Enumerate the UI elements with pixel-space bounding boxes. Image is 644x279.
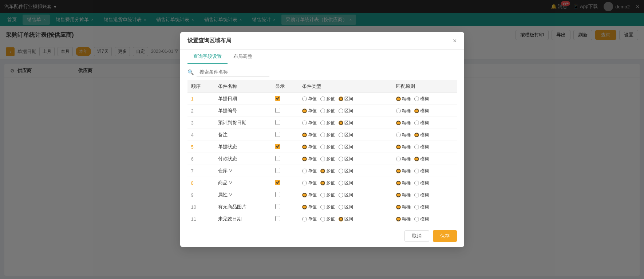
match-option-模糊[interactable]: 模糊	[414, 120, 429, 126]
match-option-模糊[interactable]: 模糊	[414, 168, 429, 174]
th-order: 顺序	[187, 80, 214, 93]
display-checkbox[interactable]	[275, 192, 280, 197]
display-checkbox[interactable]	[275, 120, 280, 125]
display-checkbox[interactable]	[275, 204, 280, 209]
type-option-单值[interactable]: 单值	[302, 180, 317, 186]
row-name: 商品 ∨	[214, 177, 272, 189]
table-row: 4备注单值多值区间精确模糊	[187, 129, 457, 141]
modal-footer: 取消 保存	[180, 225, 464, 247]
row-order: 11	[187, 213, 214, 225]
match-option-模糊[interactable]: 模糊	[414, 192, 429, 198]
row-name: 仓库 ∨	[214, 165, 272, 177]
type-option-多值[interactable]: 多值	[320, 156, 335, 162]
table-row: 6付款状态单值多值区间精确模糊	[187, 153, 457, 165]
type-option-单值[interactable]: 单值	[302, 144, 317, 150]
display-checkbox[interactable]	[275, 132, 280, 137]
type-option-区间[interactable]: 区间	[339, 108, 353, 114]
row-display	[272, 117, 299, 129]
type-option-单值[interactable]: 单值	[302, 120, 317, 126]
type-option-多值[interactable]: 多值	[320, 120, 335, 126]
type-option-区间[interactable]: 区间	[339, 96, 353, 102]
match-option-精确[interactable]: 精确	[396, 108, 411, 114]
match-option-精确[interactable]: 精确	[396, 132, 411, 138]
display-checkbox[interactable]	[275, 216, 280, 221]
match-option-精确[interactable]: 精确	[396, 204, 411, 210]
type-option-单值[interactable]: 单值	[302, 108, 317, 114]
modal-tabs: 查询字段设置 布局调整	[180, 50, 464, 64]
type-option-多值[interactable]: 多值	[320, 144, 335, 150]
match-option-模糊[interactable]: 模糊	[414, 132, 429, 138]
display-checkbox[interactable]	[275, 180, 280, 185]
row-order: 4	[187, 129, 214, 141]
display-checkbox[interactable]	[275, 144, 280, 149]
modal-title: 设置查询区域布局	[187, 37, 231, 44]
type-option-单值[interactable]: 单值	[302, 216, 317, 222]
type-option-单值[interactable]: 单值	[302, 168, 317, 174]
match-option-模糊[interactable]: 模糊	[414, 96, 429, 102]
display-checkbox[interactable]	[275, 96, 280, 101]
type-option-单值[interactable]: 单值	[302, 192, 317, 198]
match-option-模糊[interactable]: 模糊	[414, 204, 429, 210]
type-option-区间[interactable]: 区间	[339, 156, 353, 162]
display-checkbox[interactable]	[275, 108, 280, 113]
type-option-多值[interactable]: 多值	[320, 108, 335, 114]
cancel-btn[interactable]: 取消	[404, 230, 429, 242]
match-option-模糊[interactable]: 模糊	[414, 180, 429, 186]
type-option-多值[interactable]: 多值	[320, 96, 335, 102]
match-option-模糊[interactable]: 模糊	[414, 216, 429, 222]
table-row: 2单据编号单值多值区间精确模糊	[187, 105, 457, 117]
match-option-模糊[interactable]: 模糊	[414, 108, 429, 114]
type-option-区间[interactable]: 区间	[339, 180, 353, 186]
type-option-单值[interactable]: 单值	[302, 132, 317, 138]
type-option-区间[interactable]: 区间	[339, 168, 353, 174]
type-option-单值[interactable]: 单值	[302, 96, 317, 102]
type-option-单值[interactable]: 单值	[302, 156, 317, 162]
row-match: 精确模糊	[392, 129, 457, 141]
row-match: 精确模糊	[392, 213, 457, 225]
type-option-区间[interactable]: 区间	[339, 216, 353, 222]
type-option-区间[interactable]: 区间	[339, 120, 353, 126]
type-option-多值[interactable]: 多值	[320, 216, 335, 222]
row-name: 来见效日期	[214, 213, 272, 225]
match-option-精确[interactable]: 精确	[396, 156, 411, 162]
type-option-区间[interactable]: 区间	[339, 204, 353, 210]
match-option-模糊[interactable]: 模糊	[414, 156, 429, 162]
type-option-单值[interactable]: 单值	[302, 204, 317, 210]
row-type: 单值多值区间	[299, 153, 392, 165]
type-option-多值[interactable]: 多值	[320, 192, 335, 198]
settings-modal: 设置查询区域布局 × 查询字段设置 布局调整 🔍 顺序 条件名称 显示 条件类型	[180, 32, 464, 247]
match-option-精确[interactable]: 精确	[396, 168, 411, 174]
match-option-精确[interactable]: 精确	[396, 180, 411, 186]
modal-tab-query-fields[interactable]: 查询字段设置	[187, 50, 228, 64]
table-row: 11来见效日期单值多值区间精确模糊	[187, 213, 457, 225]
match-option-精确[interactable]: 精确	[396, 120, 411, 126]
th-name: 条件名称	[214, 80, 272, 93]
row-order: 6	[187, 153, 214, 165]
row-display	[272, 177, 299, 189]
modal-tab-layout[interactable]: 布局调整	[228, 50, 258, 64]
type-option-多值[interactable]: 多值	[320, 204, 335, 210]
type-option-多值[interactable]: 多值	[320, 180, 335, 186]
match-option-精确[interactable]: 精确	[396, 216, 411, 222]
row-display	[272, 213, 299, 225]
display-checkbox[interactable]	[275, 156, 280, 161]
display-checkbox[interactable]	[275, 168, 280, 173]
match-option-精确[interactable]: 精确	[396, 144, 411, 150]
row-order: 8	[187, 177, 214, 189]
match-option-精确[interactable]: 精确	[396, 192, 411, 198]
row-name: 备注	[214, 129, 272, 141]
search-condition-input[interactable]	[197, 68, 269, 76]
type-option-区间[interactable]: 区间	[339, 132, 353, 138]
table-row: 10有无商品图片单值多值区间精确模糊	[187, 201, 457, 213]
type-option-多值[interactable]: 多值	[320, 168, 335, 174]
modal-close-btn[interactable]: ×	[453, 38, 457, 44]
type-option-区间[interactable]: 区间	[339, 192, 353, 198]
type-option-多值[interactable]: 多值	[320, 132, 335, 138]
row-match: 精确模糊	[392, 105, 457, 117]
type-option-区间[interactable]: 区间	[339, 144, 353, 150]
row-name: 有无商品图片	[214, 201, 272, 213]
save-btn[interactable]: 保存	[433, 230, 457, 242]
row-match: 精确模糊	[392, 201, 457, 213]
match-option-精确[interactable]: 精确	[396, 96, 411, 102]
match-option-模糊[interactable]: 模糊	[414, 144, 429, 150]
